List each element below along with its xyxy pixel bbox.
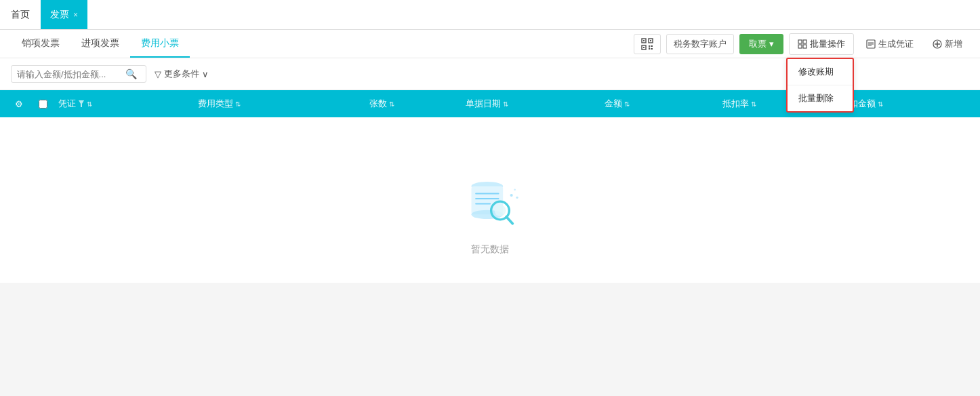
svg-rect-1	[643, 40, 645, 41]
qr-icon	[641, 38, 653, 50]
filter-icon: ▽	[155, 69, 161, 79]
th-rate-sort-icon[interactable]: ⇅	[751, 100, 756, 108]
svg-rect-12	[798, 45, 802, 48]
tax-account-label: 税务数字账户	[674, 38, 727, 50]
nav-tab-invoice-label: 发票	[50, 9, 69, 21]
generate-voucher-icon	[866, 39, 876, 49]
more-filter-arrow-icon: ∨	[202, 69, 209, 79]
tab-expense-ticket-label: 费用小票	[141, 37, 179, 50]
svg-rect-5	[643, 47, 645, 48]
more-filter-button[interactable]: ▽ 更多条件 ∨	[155, 68, 209, 80]
search-wrap[interactable]: 🔍	[11, 65, 146, 83]
th-voucher-sort-icon[interactable]: ⇅	[87, 100, 92, 108]
th-expense-type-label: 费用类型	[198, 98, 233, 110]
top-nav: 首页 发票 ×	[0, 0, 980, 30]
th-date[interactable]: 单据日期 ⇅	[460, 98, 600, 110]
svg-line-30	[506, 217, 512, 224]
th-date-sort-icon[interactable]: ⇅	[503, 100, 508, 108]
nav-tab-close-icon[interactable]: ×	[73, 10, 78, 20]
batch-op-button[interactable]: 批量操作	[789, 33, 854, 55]
svg-rect-10	[798, 40, 802, 43]
th-checkbox[interactable]	[33, 100, 53, 108]
empty-state-label: 暂无数据	[471, 243, 509, 256]
svg-rect-11	[803, 40, 807, 43]
th-amount[interactable]: 金额 ⇅	[599, 98, 717, 110]
batch-op-icon	[798, 39, 807, 49]
nav-tab-invoice[interactable]: 发票 ×	[41, 0, 87, 29]
svg-rect-3	[650, 40, 651, 41]
search-icon[interactable]: 🔍	[125, 68, 137, 79]
empty-state-illustration	[456, 172, 524, 233]
th-voucher-filter-icon	[78, 100, 85, 108]
th-gear[interactable]: ⚙	[5, 99, 33, 109]
gear-icon[interactable]: ⚙	[15, 99, 23, 109]
generate-voucher-button[interactable]: 生成凭证	[859, 35, 920, 54]
svg-point-32	[514, 189, 516, 191]
new-icon	[933, 39, 942, 49]
generate-voucher-label: 生成凭证	[878, 38, 914, 50]
batch-op-label: 批量操作	[810, 38, 845, 50]
svg-rect-13	[803, 45, 807, 48]
svg-rect-8	[649, 47, 650, 50]
th-voucher-label: 凭证	[58, 98, 76, 110]
th-count-sort-icon[interactable]: ⇅	[389, 100, 394, 108]
tab-sales-invoice-label: 销项发票	[22, 37, 60, 50]
select-all-checkbox[interactable]	[39, 100, 47, 108]
take-ticket-label: 取票	[749, 38, 767, 50]
th-voucher[interactable]: 凭证 ⇅	[53, 98, 192, 110]
th-date-label: 单据日期	[466, 98, 501, 110]
dropdown-item-batch-delete[interactable]: 批量删除	[788, 85, 853, 111]
qr-code-button[interactable]	[634, 34, 661, 54]
dropdown-item-modify-period[interactable]: 修改账期	[788, 59, 853, 85]
tab-expense-ticket[interactable]: 费用小票	[130, 30, 190, 58]
svg-point-29	[495, 205, 506, 216]
tab-sales-invoice[interactable]: 销项发票	[11, 30, 70, 58]
th-amount-label: 金额	[605, 98, 622, 110]
empty-state: 暂无数据	[0, 117, 980, 283]
more-filter-label: 更多条件	[164, 68, 199, 80]
batch-op-dropdown: 修改账期 批量删除	[786, 58, 854, 113]
svg-rect-9	[651, 48, 653, 50]
page-wrapper: 首页 发票 × 销项发票 进项发票 费用小票	[0, 0, 980, 283]
svg-point-31	[510, 194, 513, 197]
new-label: 新增	[945, 38, 962, 50]
sub-tabs-bar: 销项发票 进项发票 费用小票	[0, 30, 980, 58]
svg-rect-6	[649, 45, 650, 47]
tax-account-button[interactable]: 税务数字账户	[666, 34, 734, 54]
tab-purchase-invoice-label: 进项发票	[81, 37, 119, 50]
batch-op-container: 批量操作 修改账期 批量删除	[789, 33, 854, 55]
th-count[interactable]: 张数 ⇅	[364, 98, 460, 110]
th-amount-sort-icon[interactable]: ⇅	[624, 100, 630, 108]
th-count-label: 张数	[369, 98, 387, 110]
svg-rect-7	[651, 45, 653, 47]
tab-purchase-invoice[interactable]: 进项发票	[70, 30, 130, 58]
th-deduct-sort-icon[interactable]: ⇅	[878, 100, 883, 108]
th-expense-sort-icon[interactable]: ⇅	[235, 100, 241, 108]
th-expense-type[interactable]: 费用类型 ⇅	[192, 98, 364, 110]
th-rate-label: 抵扣率	[722, 98, 749, 110]
svg-marker-21	[79, 100, 84, 107]
search-input[interactable]	[17, 69, 125, 79]
take-ticket-button[interactable]: 取票 ▾	[739, 34, 783, 54]
th-deduct-amount[interactable]: 抵扣金额 ⇅	[835, 98, 975, 110]
nav-home[interactable]: 首页	[0, 0, 41, 29]
toolbar-right: 税务数字账户 取票 ▾ 批量操作	[634, 33, 969, 55]
new-button[interactable]: 新增	[926, 35, 969, 54]
take-ticket-arrow-icon: ▾	[769, 39, 774, 49]
svg-point-33	[516, 197, 518, 199]
